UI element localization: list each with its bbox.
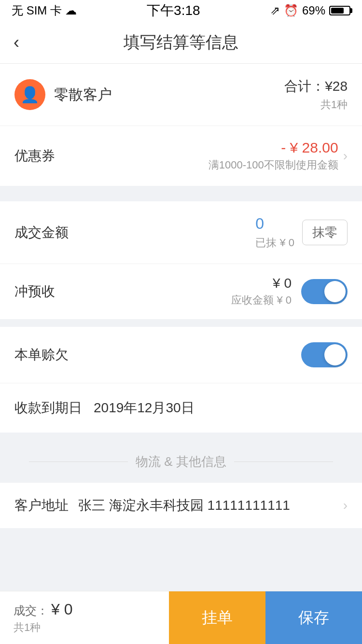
- coupon-right: - ¥ 28.00 满1000-100不限制使用金额 ›: [209, 140, 348, 172]
- page-title: 填写结算等信息: [124, 31, 238, 54]
- status-time: 下午3:18: [147, 1, 200, 20]
- nav-bar: ‹ 填写结算等信息: [0, 21, 362, 64]
- hang-order-button[interactable]: 挂单: [169, 591, 265, 644]
- customer-left: 👤 零散客户: [14, 79, 112, 110]
- transaction-label: 成交金额: [14, 224, 69, 242]
- status-right: ⇗ ⏰ 69%: [270, 4, 350, 17]
- bottom-deal-amount: ¥ 0: [51, 601, 72, 618]
- debt-label: 本单赊欠: [14, 346, 69, 364]
- total-amount: 合计：¥28: [284, 77, 348, 96]
- address-row[interactable]: 客户地址 张三 海淀永丰科技园 11111111111 ›: [0, 483, 362, 528]
- bottom-deal-label: 成交：: [14, 603, 48, 618]
- section-divider-1: [0, 194, 362, 201]
- prepayment-row: 冲预收 ¥ 0 应收金额 ¥ 0: [0, 264, 362, 319]
- address-label: 客户地址: [14, 496, 69, 515]
- prepayment-label: 冲预收: [14, 282, 55, 301]
- address-chevron-icon: ›: [343, 498, 348, 513]
- round-zero-button[interactable]: 抹零: [302, 220, 348, 245]
- section-divider-4: [0, 475, 362, 483]
- battery-pct: 69%: [302, 4, 325, 17]
- debt-row: 本单赊欠: [0, 327, 362, 383]
- battery-icon: [329, 6, 350, 15]
- toggle-knob: [324, 281, 346, 302]
- debt-toggle-knob: [324, 344, 346, 365]
- prepayment-value: ¥ 0: [231, 276, 292, 291]
- save-button[interactable]: 保存: [265, 591, 362, 644]
- customer-row: 👤 零散客户 合计：¥28 共1种: [0, 64, 362, 126]
- customer-card: 👤 零散客户 合计：¥28 共1种 优惠券 - ¥ 28.00 满1000-10…: [0, 64, 362, 186]
- back-button[interactable]: ‹: [14, 32, 19, 53]
- coupon-sub: 满1000-100不限制使用金额: [209, 158, 338, 172]
- amount-value-wrap: 0 已抹 ¥ 0 抹零: [255, 215, 348, 250]
- transaction-value: 0: [255, 215, 294, 233]
- prepayment-sub: 应收金额 ¥ 0: [231, 293, 292, 308]
- sim-label: 无 SIM 卡 ☁: [12, 3, 77, 18]
- coupon-label: 优惠券: [14, 147, 55, 165]
- section-divider-2: [0, 319, 362, 327]
- logistics-divider: 物流 & 其他信息: [0, 448, 362, 475]
- bottom-info: 成交： ¥ 0 共1种: [0, 591, 169, 644]
- total-count: 共1种: [284, 98, 348, 112]
- bottom-count: 共1种: [14, 620, 155, 635]
- logistics-label: 物流 & 其他信息: [128, 453, 234, 470]
- prepayment-toggle[interactable]: [301, 279, 348, 304]
- amount-row: 成交金额 0 已抹 ¥ 0 抹零: [0, 201, 362, 264]
- coupon-value: - ¥ 28.00: [209, 140, 338, 156]
- status-bar: 无 SIM 卡 ☁ 下午3:18 ⇗ ⏰ 69%: [0, 0, 362, 21]
- section-divider-3: [0, 440, 362, 448]
- transaction-sub: 已抹 ¥ 0: [255, 236, 294, 250]
- alarm-icon: ⏰: [284, 4, 298, 17]
- prepayment-right: ¥ 0 应收金额 ¥ 0: [231, 276, 348, 308]
- transaction-section: 成交金额 0 已抹 ¥ 0 抹零 冲预收 ¥ 0 应收金额 ¥ 0: [0, 201, 362, 319]
- content-area: 👤 零散客户 合计：¥28 共1种 优惠券 - ¥ 28.00 满1000-10…: [0, 64, 362, 644]
- avatar-icon: 👤: [20, 85, 40, 104]
- customer-name: 零散客户: [54, 85, 112, 105]
- address-value: 张三 海淀永丰科技园 11111111111: [78, 496, 343, 515]
- bottom-bar: 成交： ¥ 0 共1种 挂单 保存: [0, 591, 362, 644]
- due-date-row: 收款到期日 2019年12月30日: [0, 383, 362, 433]
- avatar: 👤: [14, 79, 45, 110]
- due-date-value: 2019年12月30日: [94, 399, 195, 417]
- status-left: 无 SIM 卡 ☁: [12, 3, 77, 18]
- debt-section: 本单赊欠 收款到期日 2019年12月30日: [0, 327, 362, 433]
- location-icon: ⇗: [270, 4, 280, 17]
- prepayment-amounts: ¥ 0 应收金额 ¥ 0: [231, 276, 292, 308]
- coupon-row[interactable]: 优惠券 - ¥ 28.00 满1000-100不限制使用金额 ›: [0, 126, 362, 186]
- debt-toggle[interactable]: [301, 342, 348, 367]
- due-date-label: 收款到期日: [14, 399, 82, 417]
- customer-right: 合计：¥28 共1种: [284, 77, 348, 112]
- chevron-right-icon: ›: [343, 148, 348, 164]
